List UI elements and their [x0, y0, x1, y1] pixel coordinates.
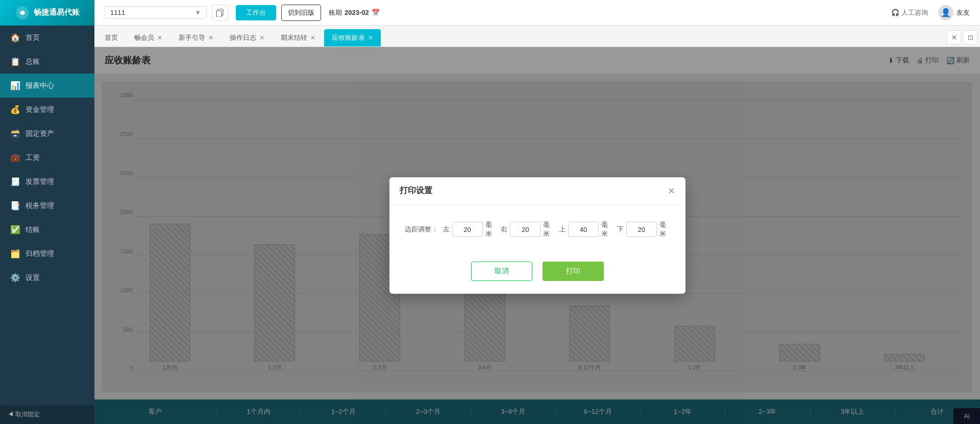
reports-icon: 📊	[10, 81, 20, 90]
left-label: 左	[443, 225, 450, 234]
left-margin-input[interactable]	[452, 222, 483, 237]
sidebar-item-label: 税务管理	[26, 201, 54, 210]
tab-aging[interactable]: 应收账龄表 ✕	[324, 29, 381, 46]
bottom-unit: 毫米	[659, 220, 670, 239]
sidebar-item-archive[interactable]: 🗂️ 归档管理	[0, 242, 94, 266]
sidebar-item-home[interactable]: 🏠 首页	[0, 26, 94, 50]
funds-icon: 💰	[10, 105, 20, 114]
sidebar-item-label: 工资	[26, 153, 40, 162]
period-value: 2023-02	[345, 9, 369, 16]
cancel-button[interactable]: 取消	[471, 262, 532, 281]
right-label: 右	[501, 225, 507, 234]
company-name: 1111	[110, 9, 190, 16]
right-unit: 毫米	[543, 220, 554, 239]
top-bar: 畅捷通易代账 1111 ▼ 工作台 切到旧版 账期 2023-02 📅 🎧 人工…	[0, 0, 980, 26]
tab-log-close[interactable]: ✕	[259, 34, 264, 41]
sidebar-item-payroll[interactable]: 💼 工资	[0, 146, 94, 170]
sidebar-item-label: 首页	[26, 33, 40, 42]
tab-aging-close[interactable]: ✕	[368, 34, 373, 41]
bottom-label: 下	[617, 225, 624, 234]
top-margin-input[interactable]	[568, 222, 599, 237]
margin-row: 边距调整： 左 毫米 右 毫米	[405, 220, 670, 239]
headset-icon: 🎧	[891, 9, 899, 16]
right-margin-group: 右 毫米	[501, 220, 554, 239]
sidebar-item-label: 固定资产	[26, 129, 54, 138]
app-name: 畅捷通易代账	[34, 8, 80, 17]
switch-old-button[interactable]: 切到旧版	[281, 5, 321, 21]
tab-period-close-btn[interactable]: ✕	[310, 34, 315, 41]
dialog-footer: 取消 打印	[389, 254, 685, 294]
tab-home[interactable]: 首页	[97, 29, 126, 46]
tab-actions: ✕ ⊡	[945, 30, 977, 46]
dialog-overlay: 打印设置 ✕ 边距调整： 左 毫米 右	[94, 47, 980, 424]
tab-member[interactable]: 畅会员 ✕	[127, 29, 170, 46]
top-margin-group: 上 毫米	[559, 220, 612, 239]
right-margin-input[interactable]	[510, 222, 541, 237]
calendar-icon[interactable]: 📅	[372, 9, 380, 16]
closing-icon: ✅	[10, 225, 20, 234]
print-settings-dialog: 打印设置 ✕ 边距调整： 左 毫米 右	[389, 177, 685, 294]
company-selector[interactable]: 1111 ▼	[105, 6, 207, 19]
unpin-label: ◀ 取消固定	[8, 410, 40, 419]
settings-icon: ⚙️	[10, 273, 20, 282]
bottom-margin-group: 下 毫米	[617, 220, 670, 239]
user-area[interactable]: 👤 友友	[938, 5, 970, 20]
sidebar-item-label: 归档管理	[26, 249, 54, 258]
tax-icon: 📑	[10, 201, 20, 210]
tab-guide-close[interactable]: ✕	[208, 34, 213, 41]
sidebar-item-tax[interactable]: 📑 税务管理	[0, 194, 94, 218]
tab-expand-button[interactable]: ⊡	[963, 30, 977, 44]
tab-guide[interactable]: 新手引导 ✕	[171, 29, 221, 46]
left-margin-group: 左 毫米	[443, 220, 496, 239]
support-button[interactable]: 🎧 人工咨询	[891, 8, 928, 17]
tab-period-close-label: 期末结转	[281, 33, 307, 42]
sidebar-item-label: 结账	[26, 225, 40, 234]
user-name: 友友	[957, 8, 970, 17]
margin-label: 边距调整：	[405, 225, 438, 234]
tab-period-close[interactable]: 期末结转 ✕	[273, 29, 323, 46]
assets-icon: 🗃️	[10, 129, 20, 138]
copy-button[interactable]	[212, 5, 228, 21]
top-unit: 毫米	[601, 220, 612, 239]
sidebar-item-ledger[interactable]: 📋 总账	[0, 50, 94, 74]
left-unit: 毫米	[485, 220, 496, 239]
main-layout: 🏠 首页 📋 总账 📊 报表中心 💰 资金管理 🗃️ 固定资产 💼 工资	[0, 26, 980, 424]
sidebar-item-label: 资金管理	[26, 105, 54, 114]
dialog-body: 边距调整： 左 毫米 右 毫米	[389, 205, 685, 254]
dialog-close-button[interactable]: ✕	[668, 186, 675, 196]
company-dropdown-icon: ▼	[194, 9, 201, 16]
sidebar-item-reports[interactable]: 📊 报表中心	[0, 74, 94, 98]
home-icon: 🏠	[10, 33, 20, 42]
logo: 畅捷通易代账	[0, 0, 94, 26]
page-content: 应收账龄表 ⬇ 下载 🖨 打印 🔄 刷新	[94, 47, 980, 424]
support-label: 人工咨询	[901, 8, 928, 17]
dialog-title: 打印设置	[400, 185, 432, 196]
dialog-header: 打印设置 ✕	[389, 177, 685, 205]
tab-log[interactable]: 操作日志 ✕	[222, 29, 272, 46]
sidebar-item-assets[interactable]: 🗃️ 固定资产	[0, 122, 94, 146]
sidebar-unpin-button[interactable]: ◀ 取消固定	[0, 405, 94, 424]
tab-aging-label: 应收账龄表	[332, 33, 365, 42]
tab-log-label: 操作日志	[230, 33, 256, 42]
workbench-button[interactable]: 工作台	[236, 5, 276, 20]
sidebar-item-label: 设置	[26, 273, 40, 282]
tab-close-all-button[interactable]: ✕	[947, 30, 961, 44]
tab-home-label: 首页	[105, 33, 118, 42]
logo-icon	[15, 6, 30, 20]
sidebar-item-closing[interactable]: ✅ 结账	[0, 218, 94, 242]
sidebar-item-label: 报表中心	[26, 81, 54, 90]
tab-guide-label: 新手引导	[179, 33, 205, 42]
ledger-icon: 📋	[10, 57, 20, 66]
tab-member-close[interactable]: ✕	[157, 34, 162, 41]
print-confirm-button[interactable]: 打印	[543, 262, 604, 281]
top-label: 上	[559, 225, 566, 234]
invoices-icon: 🧾	[10, 177, 20, 186]
tab-bar: 首页 畅会员 ✕ 新手引导 ✕ 操作日志 ✕ 期末结转 ✕ 应收账龄表 ✕	[94, 26, 980, 47]
sidebar-item-invoices[interactable]: 🧾 发票管理	[0, 170, 94, 194]
sidebar-item-settings[interactable]: ⚙️ 设置	[0, 266, 94, 290]
bottom-margin-input[interactable]	[626, 222, 657, 237]
period-area: 账期 2023-02 📅	[329, 8, 380, 17]
payroll-icon: 💼	[10, 153, 20, 162]
sidebar-item-funds[interactable]: 💰 资金管理	[0, 98, 94, 122]
period-label: 账期	[329, 8, 342, 17]
